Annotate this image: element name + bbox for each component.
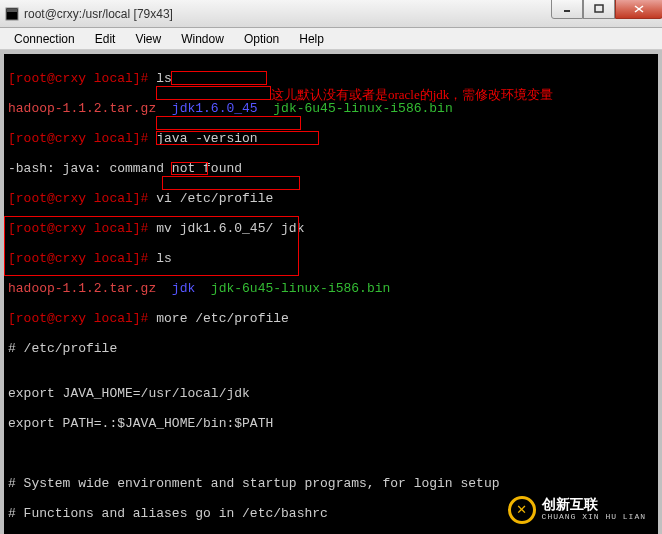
prompt: [root@crxy local]# xyxy=(8,131,156,146)
annotation-text: 这儿默认没有或者是oracle的jdk，需修改环境变量 xyxy=(271,87,553,102)
output-line: # /etc/profile xyxy=(8,341,654,356)
logo-text: 创新互联 xyxy=(542,498,646,513)
prompt: [root@crxy local]# xyxy=(8,311,156,326)
terminal[interactable]: [root@crxy local]# ls hadoop-1.1.2.tar.g… xyxy=(0,50,662,534)
titlebar[interactable]: root@crxy:/usr/local [79x43] xyxy=(0,0,662,28)
watermark-logo: 创新互联 CHUANG XIN HU LIAN xyxy=(508,496,646,524)
file-hadoop: hadoop-1.1.2.tar.gz xyxy=(8,281,156,296)
svg-rect-3 xyxy=(595,5,603,12)
cmd-mv-jdk: mv jdk1.6.0_45/ jdk xyxy=(156,221,304,236)
svg-rect-1 xyxy=(7,9,17,12)
logo-icon xyxy=(508,496,536,524)
logo-subtext: CHUANG XIN HU LIAN xyxy=(542,513,646,521)
file-jdk-bin: jdk-6u45-linux-i586.bin xyxy=(273,101,452,116)
cmd-java-version: java -version xyxy=(156,131,257,146)
output-line: # System wide environment and startup pr… xyxy=(8,476,654,491)
window: root@crxy:/usr/local [79x43] Connection … xyxy=(0,0,662,534)
file-hadoop: hadoop-1.1.2.tar.gz xyxy=(8,101,156,116)
prompt: [root@crxy local]# xyxy=(8,191,156,206)
menubar: Connection Edit View Window Option Help xyxy=(0,28,662,50)
cmd-ls: ls xyxy=(156,71,172,86)
highlight-box-more xyxy=(162,176,300,190)
menu-window[interactable]: Window xyxy=(171,30,234,48)
app-icon xyxy=(4,6,20,22)
menu-connection[interactable]: Connection xyxy=(4,30,85,48)
maximize-button[interactable] xyxy=(583,0,615,19)
menu-help[interactable]: Help xyxy=(289,30,334,48)
cmd-vi-profile: vi /etc/profile xyxy=(156,191,273,206)
output-export2: export PATH=.:$JAVA_HOME/bin:$PATH xyxy=(8,416,654,431)
prompt: [root@crxy local]# xyxy=(8,71,156,86)
menu-option[interactable]: Option xyxy=(234,30,289,48)
output-notfound: -bash: java: command not found xyxy=(8,161,654,176)
cmd-ls2: ls xyxy=(156,251,172,266)
output-export1: export JAVA_HOME=/usr/local/jdk xyxy=(8,386,654,401)
prompt: [root@crxy local]# xyxy=(8,251,156,266)
window-controls xyxy=(551,0,662,19)
cmd-more-profile: more /etc/profile xyxy=(156,311,289,326)
highlight-box-javaver xyxy=(156,86,271,100)
menu-edit[interactable]: Edit xyxy=(85,30,126,48)
file-jdk-bin: jdk-6u45-linux-i586.bin xyxy=(211,281,390,296)
file-jdk: jdk xyxy=(172,281,195,296)
minimize-button[interactable] xyxy=(551,0,583,19)
menu-view[interactable]: View xyxy=(125,30,171,48)
highlight-box-vi xyxy=(156,116,301,130)
close-button[interactable] xyxy=(615,0,662,19)
file-jdk160: jdk1.6.0_45 xyxy=(172,101,258,116)
prompt: [root@crxy local]# xyxy=(8,221,156,236)
